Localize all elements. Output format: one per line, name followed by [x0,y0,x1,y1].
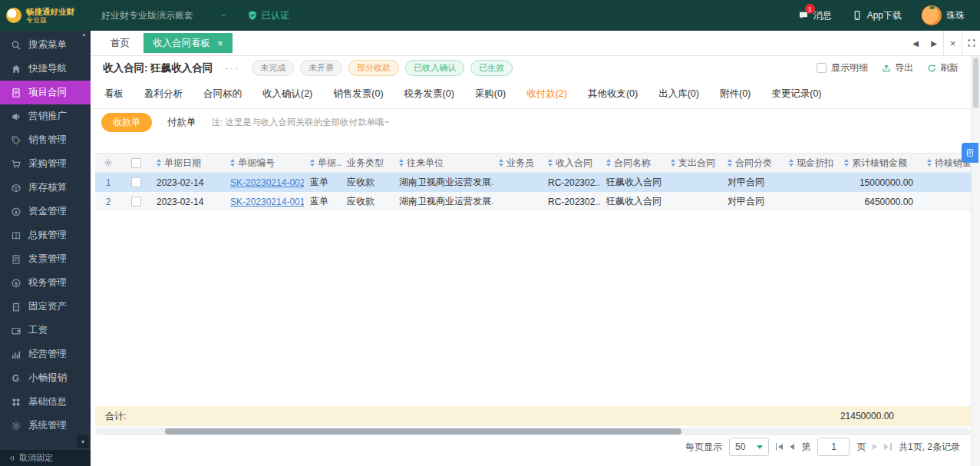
column-header-doc-date[interactable]: 单据日期 [150,154,224,172]
sidebar-item-project-contract[interactable]: 项目合同 [0,81,91,104]
sidebar-item-funds[interactable]: 资金管理 [0,200,91,223]
select-all-checkbox[interactable] [121,154,150,172]
horizontal-scrollbar[interactable] [95,428,971,435]
column-header-partner[interactable]: 往来单位 [393,154,493,172]
sort-icon[interactable] [671,159,675,167]
sort-icon[interactable] [310,159,315,167]
sidebar-item-purchase[interactable]: 采购管理 [0,152,91,176]
subtab-receipt[interactable]: 收款单 [101,113,152,132]
subtab-payment[interactable]: 付款单 [164,116,200,129]
sort-icon[interactable] [728,159,732,167]
export-button[interactable]: 导出 [882,61,913,74]
sidebar-item-fixed-assets[interactable]: 固定资产 [0,295,91,319]
column-header-contract-name[interactable]: 合同名称 [600,154,665,172]
sidebar-item-base-info[interactable]: 基础信息 [0,390,91,414]
memo-panel-button[interactable] [962,143,978,163]
fullscreen-button[interactable] [962,31,980,55]
tab-home[interactable]: 首页 [100,37,140,50]
sort-icon[interactable] [548,159,553,167]
next-tab-button[interactable]: ▶ [925,31,943,55]
page-suffix-label: 页 [856,441,866,454]
sidebar-item-marketing[interactable]: 营销推广 [0,104,91,128]
logo-icon [6,8,21,23]
sidebar-item-tax[interactable]: 税务管理 [0,271,91,295]
spacer [91,458,971,466]
column-header-settled-amount[interactable]: 累计核销金额 [838,154,921,172]
sort-icon[interactable] [157,159,161,167]
account-set-selector[interactable]: 好业财专业版演示账套 [101,9,227,22]
tab-income-contract-board[interactable]: 收入合同看板 × [144,33,233,53]
tab-kanban[interactable]: 看板 [104,88,124,101]
column-header-income-contract[interactable]: 收入合同 [542,154,600,172]
content-tabs: 看板 盈利分析 合同标的 收入确认(2) 销售发票(0) 税务发票(0) 采购(… [91,80,971,109]
sort-icon[interactable] [499,159,503,167]
column-header-doc-type[interactable]: 单据... [304,154,341,172]
show-detail-checkbox[interactable]: 显示明细 [817,61,868,74]
sidebar-item-sales[interactable]: 销售管理 [0,128,91,152]
status-badge: 部分收款 [348,60,399,76]
user-menu[interactable]: 珠珠 [922,5,965,25]
prev-page-button[interactable] [790,444,794,450]
page-size-select[interactable]: 50 [729,438,769,456]
column-settings-button[interactable] [95,154,121,172]
tab-profit-analysis[interactable]: 盈利分析 [144,88,183,101]
sidebar-item-quick-nav[interactable]: 快捷导航 [0,57,91,81]
sort-icon[interactable] [606,159,611,167]
sort-icon[interactable] [789,159,794,167]
tab-purchase[interactable]: 采购(0) [475,88,506,101]
page-number-input[interactable]: 1 [817,438,850,456]
sort-icon[interactable] [844,159,849,167]
tab-tax-invoice[interactable]: 税务发票(0) [404,88,454,101]
unpin-sidebar-button[interactable]: 取消固定 [0,450,91,466]
next-page-button[interactable] [873,444,877,450]
column-header-salesman[interactable]: 业务员 [493,154,542,172]
sidebar-item-inventory[interactable]: 库存核算 [0,176,91,200]
sidebar-item-invoice[interactable]: 发票管理 [0,247,91,271]
column-header-expense-contract[interactable]: 支出合同 [665,154,721,172]
column-header-cash-discount[interactable]: 现金折扣 [783,154,838,172]
column-header-contract-category[interactable]: 合同分类 [721,154,783,172]
sidebar-item-payroll[interactable]: 工资 [0,319,91,342]
column-header-doc-no[interactable]: 单据编号 [224,154,304,172]
row-checkbox[interactable] [131,197,141,207]
sidebar-item-search-menu[interactable]: 搜索菜单 [0,33,91,57]
tab-in-out-warehouse[interactable]: 出入库(0) [658,88,699,101]
table-row[interactable]: 1 2023-02-14 SK-20230214-002 蓝单 应收款 湖南卫视… [95,173,971,192]
messages-button[interactable]: 1 消息 [798,9,832,22]
sidebar-item-operations[interactable]: 经营管理 [0,342,91,366]
sort-icon[interactable] [230,159,235,167]
tab-sales-invoice[interactable]: 销售发票(0) [333,88,383,101]
tab-attachments[interactable]: 附件(0) [720,88,751,101]
sort-icon[interactable] [927,159,932,167]
prev-tab-button[interactable]: ◀ [906,31,925,55]
tab-change-log[interactable]: 变更记录(0) [771,88,821,101]
vertical-scrollbar-thumb[interactable] [973,58,978,108]
tab-contract-subject[interactable]: 合同标的 [203,88,242,101]
tab-receipt-payment[interactable]: 收付款(2) [526,88,567,101]
doc-no-link[interactable]: SK-20230214-002 [230,177,304,188]
horizontal-scrollbar-thumb[interactable] [165,428,681,435]
vertical-scrollbar[interactable] [971,56,980,466]
sidebar-scroll-down-icon[interactable]: ▼ [77,435,89,448]
sidebar-scroll-up-icon[interactable]: ▲ [81,31,87,37]
more-actions-button[interactable]: ··· [225,62,239,74]
sort-icon[interactable] [399,159,404,167]
sidebar-item-system[interactable]: 系统管理 [0,414,91,438]
close-tab-icon[interactable]: × [217,38,223,48]
column-header-biz-type[interactable]: 业务类型 [341,154,393,172]
tab-income-confirm[interactable]: 收入确认(2) [262,88,312,101]
refresh-button[interactable]: 刷新 [927,61,959,74]
doc-no-link[interactable]: SK-20230214-001 [230,197,304,207]
tab-other-income-expense[interactable]: 其他收支(0) [588,88,638,101]
sidebar-item-reimburse[interactable]: G 小畅报销 [0,366,91,390]
messages-label: 消息 [813,9,832,22]
row-checkbox[interactable] [131,177,141,187]
sidebar-item-general-ledger[interactable]: 总账管理 [0,223,91,247]
app-download-button[interactable]: App下载 [852,9,902,22]
close-tabs-button[interactable]: × [943,31,962,55]
last-page-button[interactable] [884,443,892,451]
table-row[interactable]: 2 2023-02-14 SK-20230214-001 蓝单 应收款 湖南卫视… [95,192,971,211]
record-summary: 共1页, 2条记录 [899,441,960,454]
app-logo[interactable]: 畅捷通好业财 专业版 [0,7,91,24]
first-page-button[interactable] [776,443,784,451]
